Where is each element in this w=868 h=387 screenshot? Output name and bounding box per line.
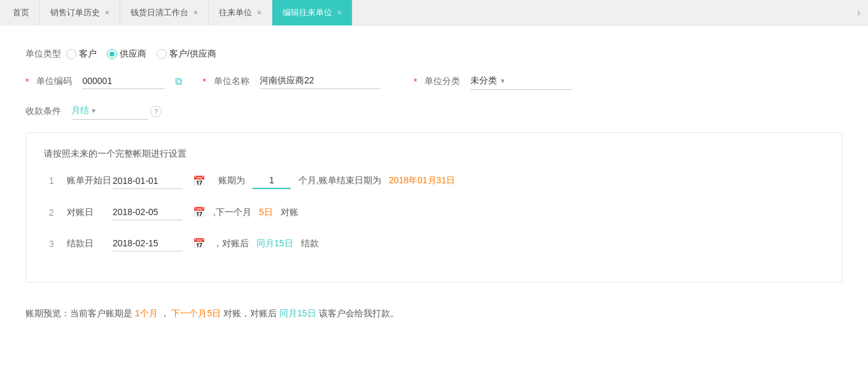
preview-part1: 1个月 bbox=[135, 308, 158, 318]
data-row-2: 2 对账日 📅 ,下一个月 5日 对账 bbox=[44, 204, 824, 220]
required-star: * bbox=[25, 76, 29, 87]
help-icon[interactable]: ? bbox=[150, 106, 162, 117]
start-date-input[interactable] bbox=[113, 173, 183, 189]
tabs-bar: 首页 销售订单历史 × 钱货日清工作台 × 往来单位 × 编辑往来单位 × › bbox=[0, 0, 868, 25]
data-row-3: 3 结款日 📅 ，对账后 同月15日 结款 bbox=[44, 236, 824, 251]
radio-both[interactable]: 客户/供应商 bbox=[157, 48, 216, 60]
radio-label-customer: 客户 bbox=[79, 48, 97, 60]
close-icon[interactable]: × bbox=[257, 8, 262, 17]
unit-classify-field: * 单位分类 未分类 ▾ bbox=[414, 73, 572, 90]
period-number-input[interactable] bbox=[253, 172, 291, 189]
calendar-icon-2[interactable]: 📅 bbox=[193, 206, 206, 218]
preview-part3: 同月15日 bbox=[279, 308, 316, 318]
preview-part2: 下一个月5日 bbox=[171, 308, 221, 318]
row-num-2: 2 bbox=[44, 208, 59, 218]
row-num-3: 3 bbox=[44, 239, 59, 249]
radio-circle-both bbox=[157, 49, 167, 59]
unit-code-field: * 单位编码 ⧉ bbox=[25, 73, 182, 89]
section-title: 请按照未来的一个完整帐期进行设置 bbox=[44, 148, 824, 160]
page-content: 单位类型 客户 供应商 客户/供应商 * 单位编码 ⧉ * 单位名称 bbox=[0, 25, 868, 387]
unit-classify-select[interactable]: 未分类 ▾ bbox=[470, 73, 572, 90]
unit-code-input[interactable] bbox=[82, 73, 165, 89]
preview-suffix: 该客户会给我打款。 bbox=[319, 308, 399, 318]
payment-row: 收款条件 月结 ▾ ? bbox=[25, 102, 843, 120]
radio-circle-supplier bbox=[107, 49, 117, 59]
tab-edit-partner[interactable]: 编辑往来单位 × bbox=[272, 0, 353, 25]
unit-name-field: * 单位名称 bbox=[202, 73, 380, 89]
row-label-start: 账单开始日 bbox=[67, 175, 105, 186]
payment-day: 同月15日 bbox=[256, 238, 293, 250]
row-label-reconcile: 对账日 bbox=[67, 207, 105, 218]
radio-circle-customer bbox=[66, 49, 76, 59]
radio-label-both: 客户/供应商 bbox=[169, 48, 216, 60]
reconcile-suffix: 对账 bbox=[281, 207, 298, 218]
reconcile-day: 5日 bbox=[259, 207, 273, 218]
period-prefix: 账期为 bbox=[218, 175, 245, 186]
row-label-payment: 结款日 bbox=[67, 238, 105, 250]
period-end-date: 2018年01月31日 bbox=[389, 175, 455, 186]
unit-info-row: * 单位编码 ⧉ * 单位名称 * 单位分类 未分类 ▾ bbox=[25, 73, 843, 90]
close-icon[interactable]: × bbox=[337, 8, 342, 17]
unit-type-label: 单位类型 bbox=[25, 48, 61, 60]
chevron-down-icon: ▾ bbox=[501, 76, 505, 85]
radio-label-supplier: 供应商 bbox=[120, 48, 146, 60]
radio-customer[interactable]: 客户 bbox=[66, 48, 97, 60]
row-num-1: 1 bbox=[44, 176, 59, 186]
payment-suffix: 结款 bbox=[301, 238, 319, 250]
classify-value: 未分类 bbox=[470, 75, 497, 87]
preview-sep2: 对账，对账后 bbox=[223, 308, 277, 318]
tab-partner[interactable]: 往来单位 × bbox=[209, 0, 272, 25]
payment-value: 月结 bbox=[71, 105, 89, 116]
data-row-1: 1 账单开始日 📅 账期为 个月,账单结束日期为 2018年01月31日 bbox=[44, 172, 824, 189]
payment-date-input[interactable] bbox=[113, 236, 183, 251]
preview-row: 账期预览：当前客户账期是 1个月 ， 下一个月5日 对账，对账后 同月15日 该… bbox=[25, 295, 843, 332]
unit-type-row: 单位类型 客户 供应商 客户/供应商 bbox=[25, 48, 843, 60]
preview-sep1: ， bbox=[160, 308, 169, 318]
copy-icon[interactable]: ⧉ bbox=[175, 76, 182, 87]
tab-sales-history[interactable]: 销售订单历史 × bbox=[40, 0, 120, 25]
calendar-icon-1[interactable]: 📅 bbox=[193, 175, 206, 187]
reconcile-prefix: ,下一个月 bbox=[213, 207, 251, 218]
tab-scroll-right[interactable]: › bbox=[850, 7, 868, 18]
unit-name-label: 单位名称 bbox=[214, 76, 249, 87]
reconcile-date-input[interactable] bbox=[113, 204, 183, 220]
close-icon[interactable]: × bbox=[105, 8, 109, 17]
payment-select[interactable]: 月结 ▾ bbox=[71, 102, 148, 120]
calendar-icon-3[interactable]: 📅 bbox=[193, 237, 206, 250]
tab-home[interactable]: 首页 bbox=[0, 0, 40, 25]
unit-type-radio-group: 客户 供应商 客户/供应商 bbox=[66, 48, 216, 60]
chevron-down-icon-payment: ▾ bbox=[92, 106, 95, 115]
preview-label: 账期预览：当前客户账期是 bbox=[25, 308, 132, 318]
unit-code-label: 单位编码 bbox=[36, 76, 72, 87]
required-star-name: * bbox=[202, 76, 206, 87]
period-setting-section: 请按照未来的一个完整帐期进行设置 1 账单开始日 📅 账期为 个月,账单结束日期… bbox=[25, 132, 843, 283]
period-suffix: 个月,账单结束日期为 bbox=[298, 175, 381, 186]
required-star-classify: * bbox=[414, 76, 417, 87]
radio-supplier[interactable]: 供应商 bbox=[107, 48, 146, 60]
payment-prefix: ，对账后 bbox=[213, 238, 249, 250]
unit-name-input[interactable] bbox=[260, 73, 381, 89]
payment-label: 收款条件 bbox=[25, 106, 61, 117]
tab-cash-work[interactable]: 钱货日清工作台 × bbox=[120, 0, 209, 25]
unit-classify-label: 单位分类 bbox=[424, 76, 460, 87]
close-icon[interactable]: × bbox=[193, 8, 198, 17]
